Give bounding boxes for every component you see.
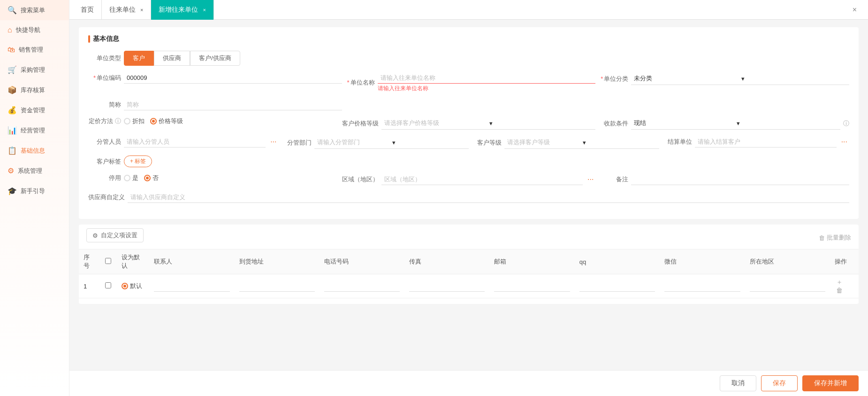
sidebar-item-quicknav[interactable]: ⌂ 快捷导航	[0, 20, 69, 40]
unit-code-input[interactable]	[124, 72, 342, 84]
sidebar-item-sales[interactable]: 🛍 销售管理	[0, 40, 69, 60]
supplier-custom-input[interactable]	[128, 192, 849, 203]
disabled-no-option[interactable]: 否	[144, 174, 159, 182]
row-email-input[interactable]	[494, 280, 570, 292]
unit-type-label: 单位类型	[88, 54, 121, 62]
customer-price-level-label: 客户价格等级	[342, 119, 379, 128]
payment-terms-help[interactable]: ⓘ	[843, 119, 849, 128]
row-address	[235, 274, 320, 298]
department-select[interactable]: 请输入分管部门 ▾	[314, 136, 469, 149]
disabled-yes-option[interactable]: 是	[124, 174, 138, 182]
row-default-radio-label[interactable]: 默认	[122, 282, 145, 290]
payment-terms-field: 收款条件 现结 ▾ ⓘ	[595, 117, 849, 130]
customer-level-arrow: ▾	[583, 139, 656, 146]
col-id: 序号	[79, 249, 100, 274]
row-phone	[320, 274, 404, 298]
row-fax-input[interactable]	[409, 280, 485, 292]
sidebar-item-finance[interactable]: 💰 资金管理	[0, 100, 69, 120]
unit-category-select[interactable]: 未分类 ▾	[631, 72, 849, 85]
section-title-text: 基本信息	[93, 35, 119, 43]
customer-price-level-select[interactable]: 请选择客户价格等级 ▾	[381, 117, 596, 130]
save-button[interactable]: 保存	[761, 375, 798, 391]
sidebar-label-finance: 资金管理	[21, 106, 45, 115]
row-actions: ＋ 🗑	[830, 274, 859, 298]
region-more-btn[interactable]: ···	[586, 175, 595, 184]
settlement-more-btn[interactable]: ···	[839, 138, 849, 146]
row-address-input[interactable]	[239, 280, 315, 292]
tab-new-partner[interactable]: 新增往来单位 ×	[151, 0, 213, 20]
disabled-row: 停用 是 否 区域（地区） ···	[88, 174, 849, 185]
row-checkbox[interactable]	[105, 282, 111, 288]
operations-icon: 📊	[8, 126, 17, 135]
row-wechat	[660, 274, 745, 298]
unit-category-value: 未分类	[634, 74, 739, 83]
custom-settings-label: 自定义项设置	[101, 231, 137, 240]
unit-name-error: 请输入往来单位名称	[378, 85, 596, 93]
content-area: 基本信息 单位类型 客户 供应商 客户/供应商 *单位编码	[69, 20, 868, 370]
add-tag-btn[interactable]: + 标签	[124, 155, 152, 167]
unit-name-input[interactable]	[378, 72, 596, 84]
tab-partners-close[interactable]: ×	[140, 7, 143, 13]
pricing-discount-option[interactable]: 折扣	[124, 117, 145, 125]
customer-price-level-placeholder: 请选择客户价格等级	[384, 119, 487, 127]
pricing-discount-radio[interactable]	[124, 118, 130, 124]
unit-type-group: 客户 供应商 客户/供应商	[124, 51, 240, 66]
batch-delete-icon: 🗑	[819, 234, 825, 241]
sales-icon: 🛍	[8, 46, 15, 54]
sidebar-item-purchase[interactable]: 🛒 采购管理	[0, 60, 69, 80]
row-region-input[interactable]	[750, 280, 825, 292]
disabled-no-radio[interactable]	[144, 175, 151, 181]
close-all-tabs[interactable]: ×	[845, 6, 864, 14]
sidebar-item-inventory[interactable]: 📦 库存核算	[0, 80, 69, 100]
pricing-discount-label: 折扣	[132, 117, 145, 125]
disabled-yes-radio[interactable]	[124, 175, 130, 181]
customer-tag-label: 客户标签	[88, 157, 121, 166]
row-wechat-input[interactable]	[664, 280, 740, 292]
custom-settings-btn[interactable]: ⚙ 自定义项设置	[86, 228, 144, 242]
customer-level-select[interactable]: 请选择客户等级 ▾	[504, 136, 659, 149]
short-name-input[interactable]	[124, 99, 342, 110]
region-field: 区域（地区） ···	[342, 174, 596, 185]
short-name-field: 简称	[88, 99, 342, 110]
batch-delete-btn[interactable]: 🗑 批量删除	[819, 233, 851, 242]
sidebar-label-sales: 销售管理	[19, 46, 43, 54]
row-qq-input[interactable]	[579, 280, 655, 292]
payment-terms-select[interactable]: 现结 ▾	[631, 117, 840, 130]
col-default: 设为默认	[117, 249, 150, 274]
unit-category-arrow: ▾	[741, 75, 846, 82]
row-add-btn[interactable]: ＋	[836, 278, 843, 286]
pricing-level-radio[interactable]	[150, 118, 157, 124]
customer-level-placeholder: 请选择客户等级	[507, 138, 581, 147]
manager-input[interactable]	[124, 136, 266, 148]
sidebar-item-search[interactable]: 🔍 搜索菜单	[0, 0, 69, 20]
pricing-help-icon[interactable]: ⓘ	[115, 117, 121, 124]
row-contact-input[interactable]	[154, 280, 229, 292]
system-icon: ⚙	[8, 166, 14, 175]
region-input[interactable]	[381, 174, 583, 185]
unit-type-supplier-btn[interactable]: 供应商	[154, 51, 190, 66]
cancel-button[interactable]: 取消	[720, 375, 756, 391]
short-name-row: 简称	[88, 99, 849, 110]
row-default-radio[interactable]	[122, 283, 128, 289]
unit-type-customer-btn[interactable]: 客户	[124, 51, 154, 66]
tab-home[interactable]: 首页	[73, 0, 102, 20]
sidebar-item-guide[interactable]: 🎓 新手引导	[0, 181, 69, 201]
section-title: 基本信息	[88, 35, 849, 43]
sidebar-item-basic[interactable]: 📋 基础信息	[0, 140, 69, 161]
sidebar-item-system[interactable]: ⚙ 系统管理	[0, 161, 69, 181]
save-new-button[interactable]: 保存并新增	[802, 375, 859, 391]
remarks-input[interactable]	[631, 174, 849, 185]
pricing-level-option[interactable]: 价格等级	[150, 117, 183, 125]
department-arrow: ▾	[392, 139, 466, 146]
select-all-checkbox[interactable]	[105, 258, 111, 264]
row-delete-btn[interactable]: 🗑	[836, 287, 843, 294]
manager-more-btn[interactable]: ···	[268, 138, 278, 146]
tab-partners[interactable]: 往来单位 ×	[102, 0, 151, 20]
pricing-method-label: 定价方法 ⓘ	[88, 117, 121, 125]
tab-new-partner-close[interactable]: ×	[203, 7, 206, 13]
settlement-unit-input[interactable]	[695, 136, 837, 148]
sidebar-item-operations[interactable]: 📊 经营管理	[0, 120, 69, 140]
row-phone-input[interactable]	[324, 280, 400, 292]
unit-type-both-btn[interactable]: 客户/供应商	[190, 51, 240, 66]
table-row: 1 默认	[79, 274, 859, 298]
